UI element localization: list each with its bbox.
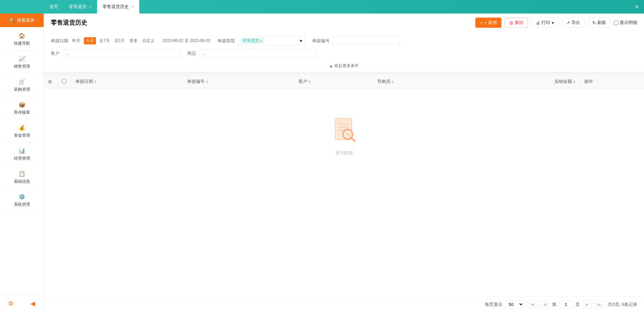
svg-line-6 <box>351 138 355 141</box>
print-icon: 🖨 <box>536 20 540 25</box>
type-tag-remove[interactable]: × <box>260 39 262 43</box>
th-checkbox <box>57 75 71 88</box>
empty-state: 暂无数据 <box>44 88 644 183</box>
sidebar-item-quick-nav[interactable]: 🏠 快捷导航 <box>0 27 44 50</box>
type-select-dropdown-icon: ▾ <box>300 38 302 43</box>
close-tab-retail-return-history[interactable]: × <box>132 4 134 9</box>
page-title: 零售退货历史 <box>51 19 87 27</box>
table-settings-icon[interactable]: ⚙ <box>48 79 52 84</box>
finance-icon: 💰 <box>18 124 26 131</box>
filter-customer: 客户 <box>51 49 181 58</box>
sort-amount-icon: ⇅ <box>573 80 576 84</box>
svg-point-7 <box>346 133 348 134</box>
nav-close-button[interactable]: × <box>629 3 644 10</box>
sidebar-collapse-button[interactable]: ◀ <box>22 298 44 309</box>
sidebar-item-inventory[interactable]: 📦 库存核算 <box>0 96 44 119</box>
th-action: 操作 <box>580 75 644 88</box>
tab-retail-return-history[interactable]: 零售退货历史 × <box>97 0 139 14</box>
sidebar-bottom: ⚙ ◀ <box>0 295 44 312</box>
page-prev-button[interactable]: ◀ <box>540 300 549 308</box>
print-dropdown-icon: ▾ <box>552 20 554 25</box>
page-first-button[interactable]: |◀ <box>527 300 537 308</box>
sidebar-item-basic-info[interactable]: 📋 基础信息 <box>0 165 44 188</box>
collapse-up-icon: ▲ <box>329 64 333 68</box>
sidebar-item-system[interactable]: ⚙️ 系统管理 <box>0 188 44 211</box>
add-button[interactable]: + + 新增 <box>475 18 501 28</box>
sidebar: 🔍 搜索菜单 🏠 快捷导航 📈 销售管理 🛒 采购管理 📦 库存核算 💰 资金管… <box>0 14 44 312</box>
data-table: ⚙ 单据日期 ⇅ <box>44 75 644 88</box>
svg-point-5 <box>344 131 351 137</box>
filter-type: 单据类型 零售退货 × ▾ <box>217 36 305 46</box>
date-7days[interactable]: 近7天 <box>98 37 111 44</box>
display-detail-wrap: 显示明细 <box>614 20 637 26</box>
empty-icon <box>329 115 359 146</box>
svg-point-8 <box>348 134 349 136</box>
date-yesterday[interactable]: 昨天 <box>71 37 82 44</box>
goods-input[interactable] <box>199 49 317 58</box>
sidebar-settings-button[interactable]: ⚙ <box>0 298 22 309</box>
tab-home[interactable]: 首页 <box>44 0 64 14</box>
sidebar-item-operations[interactable]: 📊 经营管理 <box>0 142 44 165</box>
operations-icon: 📊 <box>18 147 26 154</box>
date-more[interactable]: 更多 <box>128 37 139 44</box>
sort-number[interactable]: 单据编号 ⇅ <box>187 79 290 85</box>
filter-date-range-item: 2023-06-02 至 2023-06-02 <box>163 38 210 44</box>
date-range-text: 2023-06-02 至 2023-06-02 <box>163 38 210 44</box>
refresh-button[interactable]: ↻ 刷新 <box>588 18 611 28</box>
sidebar-item-finance[interactable]: 💰 资金管理 <box>0 119 44 142</box>
inventory-icon: 📦 <box>18 101 26 108</box>
home-icon: 🏠 <box>18 32 26 39</box>
display-detail-checkbox[interactable] <box>614 21 618 25</box>
filter-voucher: 单据编号 <box>312 37 400 45</box>
pagination-total: 共0页, 0条记录 <box>608 302 637 308</box>
delete-icon: 🗑 <box>509 20 514 25</box>
sales-icon: 📈 <box>18 55 26 62</box>
th-customer: 客户 ⇅ <box>294 75 373 88</box>
th-settings: ⚙ <box>44 75 57 88</box>
export-icon: ↗ <box>566 20 570 25</box>
search-icon: 🔍 <box>9 18 15 23</box>
page-number-input[interactable] <box>559 300 573 308</box>
export-button[interactable]: ↗ 导出 <box>562 18 585 28</box>
delete-button[interactable]: 🗑 删除 <box>505 18 528 28</box>
filter-area: 单据日期 昨天 今天 近7天 近1月 更多 自定义 2023-06-02 至 2… <box>51 32 637 72</box>
collapse-button[interactable]: ▲ 收起更多条件 <box>51 61 637 72</box>
sort-customer-icon: ⇅ <box>308 80 311 84</box>
sort-guide-icon: ⇅ <box>391 80 394 84</box>
content-area: 零售退货历史 + + 新增 🗑 删除 🖨 打印 ▾ <box>44 14 644 312</box>
page-next-button[interactable]: ▶ <box>582 300 592 308</box>
pagination-bar: 每页显示 50 10 20 100 |◀ ◀ 第 页 ▶ ▶| 共0页, 0条记… <box>44 296 644 312</box>
print-button[interactable]: 🖨 打印 ▾ <box>531 18 558 28</box>
sidebar-search[interactable]: 🔍 搜索菜单 <box>0 14 44 27</box>
date-shortcuts: 昨天 今天 近7天 近1月 更多 自定义 <box>71 37 156 44</box>
page-last-button[interactable]: ▶| <box>595 300 605 308</box>
sort-guide[interactable]: 导购员 ⇅ <box>377 79 464 85</box>
basic-info-icon: 📋 <box>18 170 26 177</box>
page-size-select[interactable]: 50 10 20 100 <box>505 300 524 309</box>
type-tag: 零售退货 × <box>241 38 264 44</box>
th-guide: 导购员 ⇅ <box>373 75 468 88</box>
sidebar-item-sales[interactable]: 📈 销售管理 <box>0 50 44 73</box>
filter-row-1: 单据日期 昨天 今天 近7天 近1月 更多 自定义 2023-06-02 至 2… <box>51 36 637 46</box>
close-tab-retail-return[interactable]: × <box>89 4 92 9</box>
add-icon: + <box>480 20 482 25</box>
customer-input[interactable] <box>62 49 181 58</box>
select-all-checkbox[interactable] <box>62 79 66 83</box>
date-today[interactable]: 今天 <box>84 37 96 44</box>
th-amount: 实销金额 ⇅ <box>468 75 580 88</box>
sort-date[interactable]: 单据日期 ⇅ <box>75 79 178 85</box>
sort-amount[interactable]: 实销金额 ⇅ <box>473 79 576 85</box>
date-custom[interactable]: 自定义 <box>141 37 156 44</box>
collapse-sidebar-icon: ◀ <box>30 300 35 307</box>
th-date: 单据日期 ⇅ <box>71 75 183 88</box>
filter-goods: 商品 <box>187 49 317 58</box>
sort-customer[interactable]: 客户 ⇅ <box>299 79 369 85</box>
refresh-icon: ↻ <box>592 20 596 25</box>
tab-retail-return[interactable]: 零售退货 × <box>64 0 97 14</box>
type-select[interactable]: 零售退货 × ▾ <box>238 36 305 46</box>
purchase-icon: 🛒 <box>18 78 26 85</box>
sort-date-icon: ⇅ <box>94 80 97 84</box>
date-1month[interactable]: 近1月 <box>113 37 126 44</box>
voucher-input[interactable] <box>332 37 400 45</box>
sidebar-item-purchase[interactable]: 🛒 采购管理 <box>0 73 44 96</box>
